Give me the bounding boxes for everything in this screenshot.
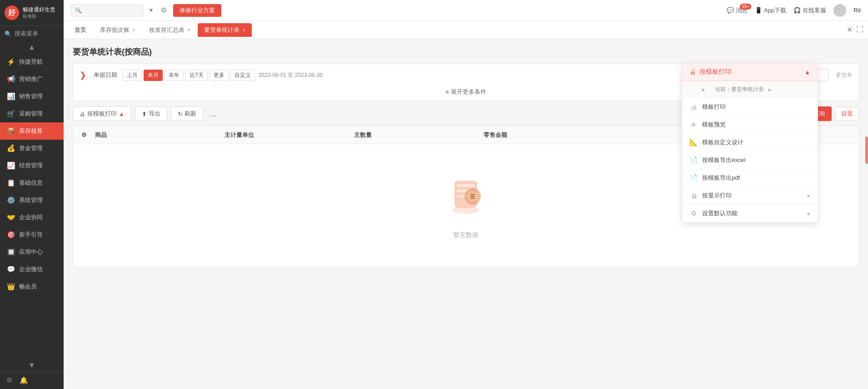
sales-icon: 📊 (6, 92, 15, 101)
sidebar-item-label: 资金管理 (19, 144, 43, 152)
user-avatar[interactable] (833, 4, 846, 17)
display-print-label: 按显示打印 (702, 192, 803, 200)
sidebar-item-quicknav[interactable]: ⚡ 快捷导航 (0, 53, 64, 71)
topbar-search-icon: 🔍 (75, 7, 82, 14)
sidebar-item-label: 销售管理 (19, 92, 43, 101)
topbar: 🔍 ▼ ⚙ 体验行业方案 💬 消息 99+ 📱 App下载 🎧 在线客服 Rit (64, 0, 868, 21)
window-expand-button[interactable]: ⛶ (856, 25, 863, 34)
tab-batch-account-close[interactable]: × (132, 27, 135, 33)
print-display-print[interactable]: 🖥 按显示打印 ▸ (682, 187, 818, 205)
window-buttons: ✕ ⛶ (847, 25, 863, 34)
export-button[interactable]: ⬆ 导出 (135, 106, 167, 121)
tab-receive-summary[interactable]: 收发存汇总表 × (143, 23, 197, 37)
online-service-button[interactable]: 🎧 在线客服 (793, 6, 826, 15)
col-unit: 主计量单位 (221, 131, 350, 139)
export-excel-label: 按模板导出excel (702, 156, 810, 164)
apps-icon: 🔲 (6, 248, 15, 256)
sidebar-search-label: 搜索菜单 (15, 30, 38, 38)
export-pdf-icon: 📄 (689, 174, 698, 182)
print-current-template[interactable]: ▸ 当前：要货单统计表 ▸ (682, 81, 818, 98)
collab-icon: 🤝 (6, 213, 15, 222)
date-btn-more[interactable]: 更多 (210, 70, 229, 81)
inventory-icon: 📦 (6, 127, 15, 135)
print-button[interactable]: 🖨 按模板打印 ▲ (73, 106, 131, 121)
sidebar-search[interactable]: 🔍 搜索菜单 (0, 26, 64, 41)
sidebar-scroll-up[interactable]: ▲ (0, 41, 64, 53)
export-icon: ⬆ (142, 111, 147, 117)
newbie-icon: 🎯 (6, 231, 15, 239)
more-options-button[interactable]: ... (207, 107, 219, 121)
sidebar: 好 畅捷通好生意 标准版 🔍 搜索菜单 ▲ ⚡ 快捷导航 📢 营销推广 📊 销售… (0, 0, 64, 389)
print-template-preview[interactable]: 👁 模板预览 (682, 116, 818, 134)
sidebar-item-newbie[interactable]: 🎯 新手引导 (0, 226, 64, 243)
page-title: 要货单统计表(按商品) (73, 46, 859, 57)
app-download-icon: 📱 (755, 7, 762, 14)
expand-more-button[interactable]: ≡ 展开更多条件 (445, 88, 486, 96)
print-dropdown-title-text: 按模板打印 (699, 68, 731, 76)
app-logo-text: 畅捷通好生意 标准版 (23, 6, 55, 20)
finance-icon: 💰 (6, 144, 15, 152)
date-btn-last-month[interactable]: 上月 (123, 70, 142, 81)
export-pdf-label: 按模板导出pdf (702, 174, 810, 182)
col-gear[interactable]: ⚙ (78, 131, 91, 138)
sidebar-item-sales[interactable]: 📊 销售管理 (0, 88, 64, 105)
empty-text: 暂无数据 (453, 231, 479, 239)
sidebar-item-operations[interactable]: 📈 经营管理 (0, 157, 64, 174)
sidebar-item-label: 基础信息 (19, 179, 43, 187)
date-btn-7days[interactable]: 近7天 (185, 70, 208, 81)
topbar-dropdown-arrow[interactable]: ▼ (148, 7, 154, 14)
date-btn-this-month[interactable]: 本月 (144, 70, 163, 81)
svg-rect-2 (457, 184, 475, 187)
print-dropdown-header[interactable]: 🖨 按模板打印 ▲ (682, 63, 818, 81)
sidebar-logo: 好 畅捷通好生意 标准版 (0, 0, 64, 26)
sidebar-item-purchase[interactable]: 🛒 采购管理 (0, 105, 64, 122)
tab-receive-summary-close[interactable]: × (187, 27, 190, 33)
search-icon: 🔍 (5, 30, 12, 37)
filter-expand-toggle[interactable]: ❯ (80, 70, 86, 80)
print-current-label: 当前：要货单统计表 (715, 86, 764, 93)
template-preview-label: 模板预览 (702, 121, 810, 129)
sidebar-item-member[interactable]: 👑 畅会员 (0, 278, 64, 295)
settings-button[interactable]: 设置 (835, 107, 859, 121)
notification-icon[interactable]: 🔔 (20, 376, 28, 384)
print-template-print[interactable]: 🖨 模板打印 (682, 98, 818, 116)
print-export-pdf[interactable]: 📄 按模板导出pdf (682, 169, 818, 187)
sidebar-item-system[interactable]: ⚙️ 系统管理 (0, 192, 64, 209)
print-export-excel[interactable]: 📄 按模板导出excel (682, 152, 818, 169)
message-button[interactable]: 💬 消息 99+ (727, 6, 748, 15)
scroll-indicator (865, 136, 868, 164)
print-set-default[interactable]: ⚙ 设置默认功能 ▸ (682, 205, 818, 222)
sidebar-item-apps[interactable]: 🔲 应用中心 (0, 243, 64, 261)
wechat-icon: 💬 (6, 265, 15, 273)
sidebar-item-finance[interactable]: 💰 资金管理 (0, 140, 64, 157)
sidebar-scroll-down[interactable]: ▼ (0, 359, 64, 371)
tab-batch-account[interactable]: 库存批次账 × (94, 23, 142, 37)
settings-icon[interactable]: ⚙ (6, 376, 12, 384)
date-btn-this-year[interactable]: 本年 (165, 70, 184, 81)
topbar-search-box[interactable]: 🔍 (71, 4, 144, 17)
print-template-design[interactable]: 📐 模板自定义设计 (682, 134, 818, 152)
tab-home[interactable]: 首页 (68, 23, 93, 37)
tab-order-stats-close[interactable]: × (242, 27, 245, 33)
sidebar-item-collab[interactable]: 🤝 企业协同 (0, 209, 64, 226)
sidebar-item-wechat[interactable]: 💬 企业微信 (0, 261, 64, 278)
scroll-down-button[interactable]: ▼ (28, 361, 35, 369)
print-dropdown-arrow: ▲ (804, 69, 810, 76)
date-btn-custom[interactable]: 自定义 (230, 70, 255, 81)
topbar-gear-icon[interactable]: ⚙ (160, 6, 167, 15)
refresh-button[interactable]: ↻ 刷新 (171, 106, 203, 121)
tab-order-stats[interactable]: 要货单统计表 × (198, 23, 252, 37)
tabs-bar: 首页 库存批次账 × 收发存汇总表 × 要货单统计表 × ✕ ⛶ (64, 21, 868, 39)
sidebar-item-label: 快捷导航 (19, 58, 43, 66)
app-download-button[interactable]: 📱 App下载 (755, 6, 786, 15)
sidebar-item-marketing[interactable]: 📢 营销推广 (0, 71, 64, 88)
scroll-up-button[interactable]: ▲ (28, 43, 35, 51)
expand-more-icon: ≡ (445, 89, 449, 96)
trial-button[interactable]: 体验行业方案 (173, 4, 221, 17)
display-print-icon: 🖥 (689, 192, 698, 200)
topbar-right: 💬 消息 99+ 📱 App下载 🎧 在线客服 Rit (727, 4, 861, 17)
window-close-button[interactable]: ✕ (847, 25, 853, 34)
sidebar-item-inventory[interactable]: 📦 库存核算 (0, 122, 64, 140)
sidebar-item-label: 企业协同 (19, 213, 43, 222)
sidebar-item-basic[interactable]: 📋 基础信息 (0, 174, 64, 192)
